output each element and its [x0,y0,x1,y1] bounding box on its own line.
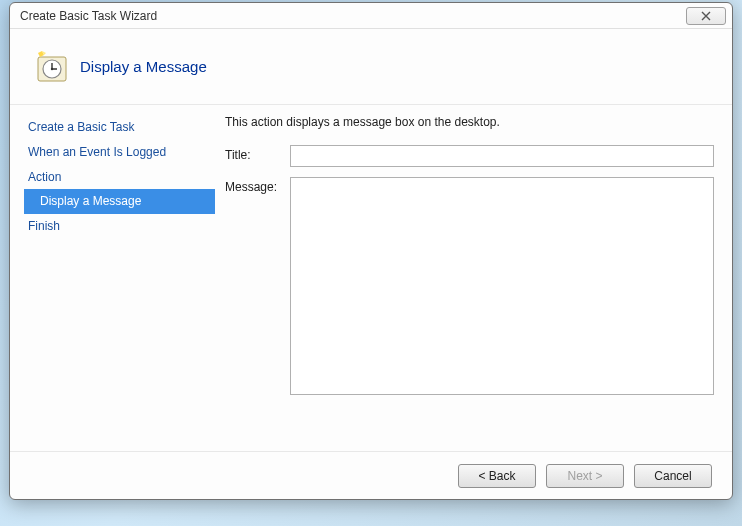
back-button[interactable]: < Back [458,464,536,488]
clock-wizard-icon [36,51,68,83]
svg-point-4 [51,67,53,69]
wizard-steps-sidebar: Create a Basic Task When an Event Is Log… [10,105,215,451]
wizard-body: Create a Basic Task When an Event Is Log… [10,105,732,451]
wizard-window: Create Basic Task Wizard Display a Messa… [9,2,733,500]
titlebar: Create Basic Task Wizard [10,3,732,29]
sidebar-item-display-a-message[interactable]: Display a Message [24,189,215,214]
title-input[interactable] [290,145,714,167]
title-row: Title: [225,145,714,167]
next-button[interactable]: Next > [546,464,624,488]
message-input[interactable] [290,177,714,395]
message-label: Message: [225,177,290,194]
sidebar-item-action[interactable]: Action [24,165,215,190]
sidebar-item-when-event-logged[interactable]: When an Event Is Logged [24,140,215,165]
sidebar-item-create-basic-task[interactable]: Create a Basic Task [24,115,215,140]
close-icon [701,11,711,21]
title-label: Title: [225,145,290,162]
wizard-main: This action displays a message box on th… [215,105,732,451]
cancel-button[interactable]: Cancel [634,464,712,488]
close-button[interactable] [686,7,726,25]
message-row: Message: [225,177,714,395]
wizard-header: Display a Message [10,29,732,105]
window-title: Create Basic Task Wizard [20,9,157,23]
page-title: Display a Message [80,58,207,75]
sidebar-item-finish[interactable]: Finish [24,214,215,239]
action-description: This action displays a message box on th… [225,115,714,129]
wizard-footer: < Back Next > Cancel [10,451,732,499]
